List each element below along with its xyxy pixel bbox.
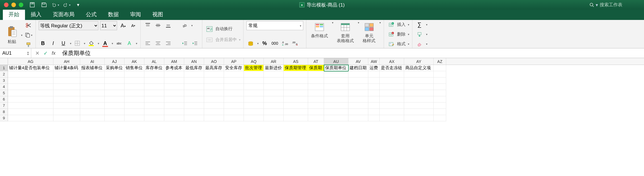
cell-AS7[interactable] [284,103,308,109]
fill-color-button[interactable] [87,39,95,48]
italic-button[interactable]: I [49,39,57,48]
cell-AJ6[interactable] [105,96,124,103]
column-header-AH[interactable]: AH [53,58,80,65]
cell-AK3[interactable] [124,77,144,84]
cell-AV9[interactable] [348,115,368,121]
cell-AW1[interactable]: 运费 [368,65,380,71]
decrease-font-button[interactable]: A▾ [129,21,138,30]
increase-decimal-button[interactable]: .0.00 [281,39,289,48]
column-header-AZ[interactable]: AZ [434,58,446,65]
cell-AI3[interactable] [80,77,105,84]
tab-insert[interactable]: 插入 [25,9,47,20]
align-right-button[interactable] [164,39,173,48]
cell-AY2[interactable] [404,71,434,77]
cell-AL3[interactable] [144,77,164,84]
increase-indent-button[interactable] [191,39,199,48]
cell-AX7[interactable] [380,103,404,109]
column-header-AY[interactable]: AY [404,58,434,65]
cell-AS1[interactable]: 保质期管理 [284,65,308,71]
tab-home[interactable]: 开始 [3,9,25,20]
cell-styles-button[interactable]: 单元 格样式 [361,21,377,44]
format-cells-button[interactable] [387,40,395,48]
enter-formula-button[interactable]: ✓ [43,50,48,56]
tab-view[interactable]: 视图 [147,9,169,20]
name-box-stepper[interactable]: ▴▾ [27,51,29,56]
cell-AG4[interactable] [8,84,53,90]
cell-AR7[interactable] [264,103,284,109]
increase-font-button[interactable]: A▴ [119,21,127,30]
percent-button[interactable]: % [260,39,269,48]
column-header-AT[interactable]: AT [308,58,324,65]
cell-AT1[interactable]: 保质期 [308,65,324,71]
spreadsheet-grid[interactable]: AGAHAIAJAKALAMANAOAPAQARASATAUAVAWAXAYAZ… [0,58,644,121]
cell-AY3[interactable] [404,77,434,84]
cell-AX9[interactable] [380,115,404,121]
cell-AP5[interactable] [224,90,244,96]
cell-AG6[interactable] [8,96,53,103]
cell-AT6[interactable] [308,96,324,103]
cell-AQ6[interactable] [244,96,264,103]
tab-formulas[interactable]: 公式 [80,9,102,20]
cell-AP1[interactable]: 安全库存 [224,65,244,71]
cell-AK7[interactable] [124,103,144,109]
cell-AO7[interactable] [204,103,224,109]
cell-AZ8[interactable] [434,109,446,115]
column-header-AK[interactable]: AK [124,58,144,65]
cell-AG7[interactable] [8,103,53,109]
cell-AU2[interactable] [324,71,348,77]
cell-AR1[interactable]: 最新进价 [264,65,284,71]
cell-AM7[interactable] [164,103,184,109]
cell-AT2[interactable] [308,71,324,77]
column-header-AG[interactable]: AG [8,58,53,65]
cell-AH1[interactable]: 辅计量4条码 [53,65,80,71]
cell-AI6[interactable] [80,96,105,103]
cell-AV6[interactable] [348,96,368,103]
delete-cells-button[interactable]: × [387,30,395,39]
cell-AM8[interactable] [164,109,184,115]
column-header-AO[interactable]: AO [204,58,224,65]
undo-icon[interactable]: ▾ [52,2,59,8]
cell-AR4[interactable] [264,84,284,90]
cell-AL2[interactable] [144,71,164,77]
decrease-indent-button[interactable] [180,39,189,48]
cell-AS5[interactable] [284,90,308,96]
row-header-6[interactable]: 6 [0,96,8,103]
column-header-AM[interactable]: AM [164,58,184,65]
maximize-window-button[interactable] [19,3,23,7]
cell-AH9[interactable] [53,115,80,121]
cell-AP7[interactable] [224,103,244,109]
font-name-select[interactable]: 等线 Regular (正文) [39,21,98,30]
merge-center-button[interactable] [205,36,214,44]
cell-AO8[interactable] [204,109,224,115]
borders-dropdown[interactable]: ▾ [84,42,85,45]
cell-AP8[interactable] [224,109,244,115]
cell-AL7[interactable] [144,103,164,109]
cell-AU8[interactable] [324,109,348,115]
number-format-select[interactable]: 常规▾ [246,21,303,30]
cell-AQ5[interactable] [244,90,264,96]
row-header-7[interactable]: 7 [0,103,8,109]
cell-AY7[interactable] [404,103,434,109]
cancel-formula-button[interactable]: ✕ [35,50,40,56]
cell-AW3[interactable] [368,77,380,84]
cell-AU5[interactable] [324,90,348,96]
cell-AT5[interactable] [308,90,324,96]
cell-AL8[interactable] [144,109,164,115]
cell-AW6[interactable] [368,96,380,103]
cell-AO4[interactable] [204,84,224,90]
cell-AH8[interactable] [53,109,80,115]
autosum-button[interactable]: ∑ [415,21,424,29]
currency-button[interactable] [246,39,255,48]
cell-AW4[interactable] [368,84,380,90]
cell-AV1[interactable]: 建档日期 [348,65,368,71]
column-header-AV[interactable]: AV [348,58,368,65]
cell-AZ2[interactable] [434,71,446,77]
autosave-icon[interactable] [29,2,36,8]
bold-button[interactable]: B [39,39,47,48]
phonetic-button[interactable]: abc [115,39,123,48]
cell-AG5[interactable] [8,90,53,96]
cell-AS6[interactable] [284,96,308,103]
cell-AV8[interactable] [348,109,368,115]
cell-AG3[interactable] [8,77,53,84]
cell-AI1[interactable]: 报表辅单位 [80,65,105,71]
